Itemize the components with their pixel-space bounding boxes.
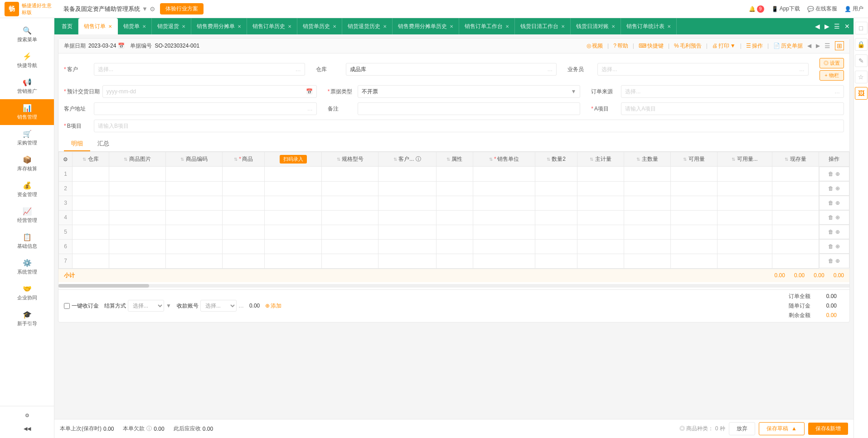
tab-close-return[interactable]: ✕ [182,24,185,29]
row-copy-icon[interactable]: ⊕ [835,171,840,177]
tab-close-invoice[interactable]: ✕ [142,24,146,29]
save-new-button[interactable]: 保存&新增 [808,423,848,435]
settings-panel-btn[interactable]: ◎ 设置 [820,58,844,68]
sidebar-item-search[interactable]: 🔍 搜索菜单 [0,22,54,48]
tabs-menu[interactable]: ☰ [832,23,842,30]
current-info-icon[interactable]: ⓘ [146,425,152,433]
b-project-input[interactable]: 请输入B项目 [94,120,844,132]
tab-daily-workbench[interactable]: 钱货日清工作台 ✕ [515,18,571,34]
add-column-btn[interactable]: + 物栏 [820,70,844,81]
sidebar-item-system[interactable]: ⚙️ 系统管理 [0,254,54,280]
profit-btn[interactable]: % 毛利预告 [674,42,702,50]
discard-button[interactable]: 放弃 [729,422,755,435]
tab-close-order-history[interactable]: ✕ [288,24,291,29]
view-mode-grid[interactable]: ⊞ [835,41,844,50]
row-delete-icon[interactable]: 🗑 [828,258,834,264]
sidebar-item-quicknav[interactable]: ⚡ 快捷导航 [0,48,54,73]
app-download[interactable]: 📱 App下载 [771,5,800,13]
tab-close-return-history[interactable]: ✕ [383,24,387,29]
tabs-close-all[interactable]: ✕ [843,23,852,30]
system-name-dropdown[interactable]: ▼ [142,5,148,12]
tab-return-history[interactable]: 销货退货历史 ✕ [342,18,393,34]
view-mode-list[interactable]: ☰ [824,42,830,49]
tabs-next-arrow[interactable]: ▶ [823,23,831,30]
tab-close-order-stats[interactable]: ✕ [667,24,671,29]
tab-detail[interactable]: 明细 [64,137,90,151]
user-avatar[interactable]: 👤 用户 [844,5,863,13]
history-next[interactable]: ▶ [816,43,820,49]
right-icon-edit[interactable]: ✎ [855,54,868,67]
right-icon-image[interactable]: 🖼 [855,87,868,100]
row-copy-icon[interactable]: ⊕ [835,185,840,192]
scrollbar-thumb[interactable] [58,284,149,288]
shortcut-btn[interactable]: ⌨ 快捷键 [639,42,664,50]
sidebar-item-inventory[interactable]: 📦 库存核算 [0,151,54,177]
calendar-icon[interactable]: 📅 [118,43,125,49]
tab-summary[interactable]: 汇总 [90,137,116,151]
add-payment-btn[interactable]: ⊕ 添加 [265,302,281,310]
address-input[interactable]: … [94,102,317,115]
tabs-prev-arrow[interactable]: ◀ [813,23,822,30]
warehouse-input[interactable]: 成品库 … [346,63,557,76]
sidebar-item-marketing[interactable]: 📢 营销推广 [0,73,54,99]
customer-input[interactable]: 选择... … [94,63,305,76]
row-delete-icon[interactable]: 🗑 [828,171,834,177]
history-prev[interactable]: ◀ [807,43,811,49]
right-icon-star[interactable]: ☆ [855,71,868,83]
row-copy-icon[interactable]: ⊕ [835,214,840,221]
tab-invoice-history[interactable]: 销货单历史 ✕ [297,18,342,34]
tab-order-history[interactable]: 销售订单历史 ✕ [247,18,297,34]
calendar-delivery-icon[interactable]: 📅 [306,88,313,95]
operation-btn[interactable]: ☰ 操作 [746,42,763,50]
row-delete-icon[interactable]: 🗑 [828,185,834,192]
tab-close-daily-reconcile[interactable]: ✕ [611,24,615,29]
tab-close-order-workbench[interactable]: ✕ [505,24,509,29]
save-draft-button[interactable]: 保存草稿 ▲ [759,422,805,435]
notification-icon[interactable]: 🔔 9 [749,5,764,13]
row-delete-icon[interactable]: 🗑 [828,214,834,221]
print-btn[interactable]: 🖨 打印 ▼ [712,42,736,50]
row-delete-icon[interactable]: 🗑 [828,200,834,206]
sidebar-item-sales[interactable]: 📊 销售管理 [0,99,54,125]
tab-order-stats[interactable]: 销售订单统计表 ✕ [621,18,677,34]
a-project-input[interactable]: 请输入A项目 [621,102,844,115]
account-select[interactable]: 选择... [200,300,237,312]
tab-home[interactable]: 首页 [56,18,78,34]
settings-icon[interactable]: ⚙ [150,5,155,13]
right-icon-1[interactable]: □ [855,22,868,34]
settlement-select[interactable]: 选择... [128,300,164,312]
one-key-checkbox-label[interactable]: 一键收订金 [64,302,99,310]
col-scan[interactable]: 扫码录入 [265,152,322,167]
col-settings[interactable]: ⚙ [59,152,73,167]
sidebar-item-management[interactable]: 📈 经营管理 [0,202,54,228]
tab-expense-history[interactable]: 销售费用分摊单历史 ✕ [393,18,459,34]
tab-order-workbench[interactable]: 销售订单工作台 ✕ [459,18,515,34]
tab-close-invoice-history[interactable]: ✕ [333,24,336,29]
row-copy-icon[interactable]: ⊕ [835,229,840,235]
solution-button[interactable]: 体验行业方案 [160,3,204,14]
scan-btn[interactable]: 扫码录入 [280,155,307,164]
view-video-btn[interactable]: ◎ 视频 [587,42,603,50]
row-copy-icon[interactable]: ⊕ [835,200,840,206]
tab-expense[interactable]: 销售费用分摊单 ✕ [191,18,247,34]
salesperson-input[interactable]: 选择... … [597,63,809,76]
row-copy-icon[interactable]: ⊕ [835,243,840,250]
history-btn[interactable]: 📄 历史单据 [773,42,803,50]
sidebar-item-finance[interactable]: 💰 资金管理 [0,177,54,202]
delivery-input[interactable]: yyyy-mm-dd 📅 [102,85,317,98]
tab-return[interactable]: 销货退货 ✕ [152,18,191,34]
tab-daily-reconcile[interactable]: 钱货日清对账 ✕ [571,18,621,34]
tab-close-expense[interactable]: ✕ [238,24,241,29]
save-draft-arrow[interactable]: ▲ [791,425,797,432]
sidebar-item-collab[interactable]: 🤝 企业协同 [0,280,54,306]
notes-input[interactable] [358,102,581,115]
tab-close-expense-history[interactable]: ✕ [450,24,453,29]
right-icon-lock[interactable]: 🔒 [855,38,868,51]
sidebar-item-settings[interactable]: ⚙ [0,410,54,421]
help-btn[interactable]: ? 帮助 [613,42,628,50]
sidebar-item-purchase[interactable]: 🛒 采购管理 [0,125,54,151]
row-delete-icon[interactable]: 🗑 [828,243,834,250]
sidebar-item-guide[interactable]: 🎓 新手引导 [0,306,54,332]
sidebar-item-collapse[interactable]: ◀◀ [0,423,54,434]
tab-invoice[interactable]: 销货单 ✕ [118,18,152,34]
